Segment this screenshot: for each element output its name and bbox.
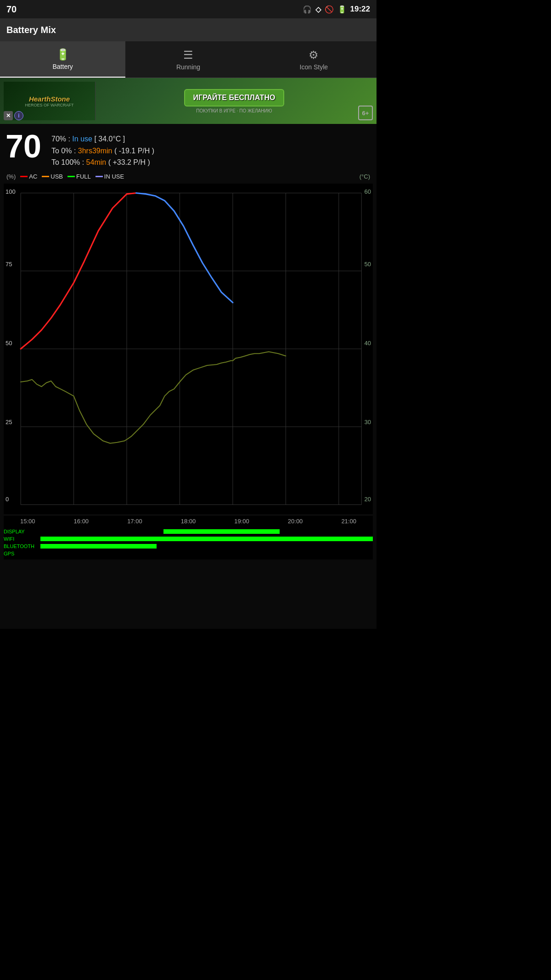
status-battery-level: 70 xyxy=(6,4,17,15)
app-title: Battery Mix xyxy=(6,25,56,35)
legend-full: FULL xyxy=(67,173,91,180)
battery-to-zero-line: To 0% : 3hrs39min ( -19.1 P/H ) xyxy=(51,145,371,157)
activity-segment-display-2 xyxy=(163,529,180,534)
y-left-25: 25 xyxy=(6,419,12,426)
ad-close-button[interactable]: ✕ xyxy=(4,111,13,120)
legend-inuse-label: IN USE xyxy=(104,173,124,180)
activity-bar-wifi xyxy=(40,537,373,541)
ad-game-subtitle: HEROES OF WARCRAFT xyxy=(25,103,73,107)
wifi-icon: ◇ xyxy=(315,5,321,14)
legend-ac-label: AC xyxy=(29,173,37,180)
time-axis: 15:00 16:00 17:00 18:00 19:00 20:00 21:0… xyxy=(4,516,373,526)
legend-inuse: IN USE xyxy=(96,173,124,180)
tab-battery-label: Battery xyxy=(52,63,73,70)
activity-label-gps: GPS xyxy=(4,551,40,556)
activity-segment-bluetooth xyxy=(40,544,157,549)
activity-segment-display-1 xyxy=(180,529,280,534)
legend-usb-label: USB xyxy=(51,173,63,180)
running-tab-icon: ☰ xyxy=(183,49,193,62)
chart-svg xyxy=(4,184,373,514)
activity-row-wifi: WIFI xyxy=(4,536,373,542)
tab-running-label: Running xyxy=(176,63,200,71)
time-1900: 19:00 xyxy=(234,518,249,525)
battery-icon: 🔋 xyxy=(337,5,347,14)
legend-inuse-dot xyxy=(96,176,103,177)
y-left-50: 50 xyxy=(6,340,12,347)
tab-icon-style[interactable]: ⚙ Icon Style xyxy=(251,41,377,78)
activity-bar-display xyxy=(40,529,373,534)
nosim-icon: 🚫 xyxy=(325,5,334,14)
activity-bar-bluetooth xyxy=(40,544,373,549)
y-left-100: 100 xyxy=(6,188,16,195)
battery-details: 70% : In use [ 34.0°C ] To 0% : 3hrs39mi… xyxy=(51,130,371,168)
battery-status-line: 70% : In use [ 34.0°C ] xyxy=(51,133,371,145)
battery-to-full-line: To 100% : 54min ( +33.2 P/H ) xyxy=(51,157,371,168)
y-left-0: 0 xyxy=(6,496,9,503)
legend-usb: USB xyxy=(42,173,63,180)
ad-banner[interactable]: HearthStone HEROES OF WARCRAFT ИГРАЙТЕ Б… xyxy=(0,78,377,124)
legend-row: (%) AC USB FULL IN USE (°C) xyxy=(4,171,373,182)
activity-row-display: DISPLAY xyxy=(4,528,373,535)
activity-row-bluetooth: BLUETOOTH xyxy=(4,543,373,549)
activity-label-bluetooth: BLUETOOTH xyxy=(4,543,40,549)
ad-cta-button[interactable]: ИГРАЙТЕ БЕСПЛАТНО xyxy=(184,89,285,106)
ad-age-rating: 6+ xyxy=(358,106,373,120)
y-left-75: 75 xyxy=(6,261,12,268)
battery-number-large: 70 xyxy=(6,130,47,162)
activity-rows: DISPLAY WIFI BLUETOOTH GPS xyxy=(4,526,373,560)
time-2000: 20:00 xyxy=(288,518,303,525)
ad-game-title: HearthStone xyxy=(25,95,73,103)
status-right-icons: 🎧 ◇ 🚫 🔋 19:22 xyxy=(303,5,370,14)
activity-bar-gps xyxy=(40,551,373,556)
ad-info-button[interactable]: i xyxy=(14,111,23,120)
y-right-40: 40 xyxy=(365,340,371,347)
battery-tab-icon: 🔋 xyxy=(56,48,70,61)
activity-label-wifi: WIFI xyxy=(4,536,40,542)
headset-icon: 🎧 xyxy=(303,5,312,14)
legend-full-label: FULL xyxy=(76,173,91,180)
ad-subtext: ПОКУПКИ В ИГРЕ · ПО ЖЕЛАНИЮ xyxy=(196,108,272,113)
activity-segment-wifi xyxy=(40,537,373,541)
y-right-60: 60 xyxy=(365,188,371,195)
time-1700: 17:00 xyxy=(127,518,142,525)
time-1600: 16:00 xyxy=(74,518,89,525)
tab-bar: 🔋 Battery ☰ Running ⚙ Icon Style xyxy=(0,41,377,78)
main-content: 70 70% : In use [ 34.0°C ] To 0% : 3hrs3… xyxy=(0,124,377,629)
time-2100: 21:00 xyxy=(341,518,356,525)
y-right-20: 20 xyxy=(365,496,371,503)
status-bar: 70 🎧 ◇ 🚫 🔋 19:22 xyxy=(0,0,377,18)
legend-percent-label: (%) xyxy=(6,173,16,180)
ad-close-area[interactable]: ✕ i xyxy=(4,111,23,120)
time-1500: 15:00 xyxy=(20,518,35,525)
tab-icon-style-label: Icon Style xyxy=(300,63,328,71)
battery-chart: 100 75 50 25 0 60 50 40 30 20 xyxy=(4,184,373,514)
activity-row-gps: GPS xyxy=(4,550,373,557)
legend-ac-dot xyxy=(20,176,28,177)
y-right-50: 50 xyxy=(365,261,371,268)
app-bar: Battery Mix xyxy=(0,18,377,41)
ad-right-section: ИГРАЙТЕ БЕСПЛАТНО ПОКУПКИ В ИГРЕ · ПО ЖЕ… xyxy=(96,89,373,113)
activity-label-display: DISPLAY xyxy=(4,529,40,534)
ad-content: HearthStone HEROES OF WARCRAFT ИГРАЙТЕ Б… xyxy=(0,78,377,124)
battery-info-row: 70 70% : In use [ 34.0°C ] To 0% : 3hrs3… xyxy=(4,128,373,171)
legend-celsius-label: (°C) xyxy=(360,173,370,180)
y-right-30: 30 xyxy=(365,419,371,426)
icon-style-tab-icon: ⚙ xyxy=(309,49,319,62)
status-time: 19:22 xyxy=(350,5,370,14)
tab-running[interactable]: ☰ Running xyxy=(125,41,251,78)
legend-full-dot xyxy=(67,176,75,177)
time-1800: 18:00 xyxy=(181,518,196,525)
legend-usb-dot xyxy=(42,176,49,177)
tab-battery[interactable]: 🔋 Battery xyxy=(0,41,125,78)
legend-ac: AC xyxy=(20,173,37,180)
